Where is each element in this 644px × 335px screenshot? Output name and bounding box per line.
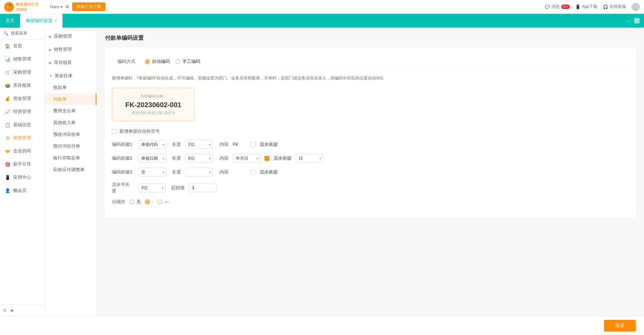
prefix2-length-select-wrapper[interactable]: 8位 6位 4位 [185, 154, 213, 163]
sidebar-label-basic: 基础信息 [13, 122, 31, 128]
separator-dot-option[interactable]: · [145, 199, 153, 204]
serial-length-select[interactable]: 3位 4位 5位 [138, 183, 166, 192]
basic-icon: 📋 [5, 122, 10, 128]
sidebar-item-basic[interactable]: 📋 基础信息 [0, 118, 45, 131]
separator-dash-radio[interactable] [157, 199, 162, 204]
sub-nav-payment[interactable]: 付款单 [45, 93, 96, 105]
prefix1-length-select[interactable]: 2位 3位 4位 [185, 140, 213, 149]
sidebar-item-member[interactable]: 👤 畅会员 [0, 184, 45, 197]
prefix2-length-select[interactable]: 8位 6位 4位 [185, 154, 213, 163]
company-selector[interactable]: Nare ▾ [50, 4, 63, 9]
prefix1-row: 编码前缀1 单据代码 业务员 部门 长度 2位 3位 4位 内容 [112, 140, 629, 149]
tab-close-icon[interactable]: × [55, 18, 57, 23]
content-area: 付款单编码设置 编码方式 自动编码 手工编码 新增单据时，*单据编码*自动生 [97, 28, 644, 316]
sub-group-purchase-label: 采购管理 [54, 33, 72, 39]
user-avatar[interactable] [632, 3, 640, 11]
prefix2-period-select-wrapper[interactable]: 日 月 年 [296, 154, 323, 163]
sidebar-item-guide[interactable]: 🎯 新手引导 [0, 158, 45, 171]
sidebar-item-inventory[interactable]: 📦 库存核算 [0, 79, 45, 92]
app-download[interactable]: 📱 App下载 [575, 4, 597, 10]
sidebar-item-apps[interactable]: 📱 应用中心 [0, 171, 45, 184]
sidebar-label-enterprise: 企业协同 [13, 148, 31, 154]
prefix3-length-select[interactable] [185, 168, 213, 177]
separator-none-option[interactable]: 无 [129, 199, 141, 205]
prefix3-length-select-wrapper[interactable] [185, 168, 213, 177]
prefix2-label: 编码前缀2 [112, 155, 134, 161]
logo-icon: 🍊 [4, 2, 14, 12]
separator-dot-radio[interactable] [145, 199, 150, 204]
system-icon: ⚙ [5, 135, 10, 141]
sub-nav-expense[interactable]: 费用支出单 [45, 105, 96, 117]
start-value-input[interactable] [189, 183, 217, 192]
sidebar-label-inventory: 库存核算 [13, 82, 31, 89]
manual-encoding-radio[interactable] [175, 59, 180, 64]
sub-group-sales: ▶ 销售管理 [45, 44, 96, 55]
save-button[interactable]: 保存 [604, 320, 636, 332]
manual-encoding-option[interactable]: 手工编码 [175, 58, 200, 65]
sidebar-item-sales[interactable]: 📊 销售管理 [0, 53, 45, 66]
message-area[interactable]: 💬 消息 99+ [545, 4, 570, 10]
sidebar-label-finance: 资金管理 [13, 95, 31, 102]
prefix3-length-label: 长度 [172, 169, 181, 175]
sidebar-item-home[interactable]: 🏠 首页 [0, 39, 45, 53]
sub-group-sales-title[interactable]: ▶ 销售管理 [45, 44, 96, 55]
separator-dash-label: — [164, 199, 169, 204]
prefix2-serial-checkbox[interactable]: ✓ [265, 156, 269, 161]
prefix2-content-select[interactable]: 年月日 年月 年 [233, 154, 260, 163]
prefix3-serial-label: 流水依据 [260, 169, 278, 175]
sidebar-label-operations: 经营管理 [13, 109, 31, 115]
sales-icon: 📊 [5, 56, 10, 62]
auto-encoding-label: 自动编码 [152, 58, 170, 65]
finance-icon: 💰 [5, 96, 10, 101]
auto-encoding-option[interactable]: 自动编码 [145, 58, 170, 65]
window-max-button[interactable]: ⬜ [634, 18, 640, 24]
prefix1-select[interactable]: 单据代码 业务员 部门 [138, 140, 166, 149]
online-service[interactable]: 🎧 在线客服 [603, 4, 626, 10]
bottom-collapse-icon[interactable]: ◀ [10, 308, 13, 313]
autofill-checkbox[interactable] [112, 129, 117, 134]
logo-text: 畅捷通好生意 旗舰版 [16, 2, 39, 12]
tab-nav: 首页 单据编码设置 × — ⬜ [0, 14, 644, 28]
auto-encoding-radio[interactable] [145, 59, 150, 64]
sub-nav-prepay-payable[interactable]: 预付冲应付单 [45, 140, 96, 152]
sub-group-inventory-title[interactable]: ▶ 库存核算 [45, 57, 96, 68]
prefix3-select-wrapper[interactable]: 空 单据代码 业务员 [138, 168, 166, 177]
prefix1-length-select-wrapper[interactable]: 2位 3位 4位 [185, 140, 213, 149]
sub-nav-bank[interactable]: 银行存取款单 [45, 152, 96, 164]
prefix3-serial-checkbox[interactable] [251, 170, 256, 175]
sidebar-search[interactable]: 🔍 搜索菜单 [0, 28, 45, 39]
prefix2-period-select[interactable]: 日 月 年 [296, 154, 323, 163]
divider [44, 3, 45, 10]
sub-nav-other-income[interactable]: 其他收入单 [45, 117, 96, 129]
inventory-icon: 📦 [5, 83, 10, 88]
sub-nav-prepay-receivable[interactable]: 预收冲应收单 [45, 129, 96, 140]
prefix3-select[interactable]: 空 单据代码 业务员 [138, 168, 166, 177]
separator-dot-label: · [152, 199, 153, 204]
sub-nav-receipt[interactable]: 收款单 [45, 82, 96, 93]
autofill-row: 新增单据自动补空号 [112, 128, 629, 134]
serial-length-select-wrapper[interactable]: 3位 4位 5位 [138, 183, 166, 192]
bottom-settings-icon[interactable]: ⚙ [3, 308, 7, 313]
sidebar-item-finance[interactable]: 💰 资金管理 [0, 92, 45, 105]
code-preview: 当前编码示例： FK-20230602-001 单据代码-单据日期-流水号 [112, 88, 195, 121]
sub-group-purchase-title[interactable]: ▶ 采购管理 [45, 30, 96, 42]
settings-icon[interactable]: ⚙ [65, 4, 69, 9]
prefix2-select-wrapper[interactable]: 单据日期 登记日期 [138, 154, 166, 163]
prefix1-serial-checkbox[interactable] [251, 142, 256, 147]
separator-dash-option[interactable]: — [157, 199, 169, 204]
sidebar-item-operations[interactable]: 📈 经营管理 [0, 105, 45, 118]
sidebar-item-system[interactable]: ⚙ 系统管理 [0, 131, 45, 145]
prefix2-content-select-wrapper[interactable]: 年月日 年月 年 [233, 154, 260, 163]
sidebar-item-purchase[interactable]: 🛒 采购管理 [0, 66, 45, 79]
sidebar-item-enterprise[interactable]: 🤝 企业协同 [0, 145, 45, 158]
prefix1-select-wrapper[interactable]: 单据代码 业务员 部门 [138, 140, 166, 149]
tab-home[interactable]: 首页 [0, 14, 20, 28]
sub-group-finance-title[interactable]: ▼ 资金往来 [45, 70, 96, 82]
sub-nav-adjustment[interactable]: 应收应付调整单 [45, 164, 96, 176]
tab-encoding-settings[interactable]: 单据编码设置 × [20, 14, 63, 28]
window-min-button[interactable]: — [626, 18, 631, 24]
trial-button[interactable]: 体验行业方案 [72, 2, 105, 11]
prefix2-select[interactable]: 单据日期 登记日期 [138, 154, 166, 163]
main-layout: 🔍 搜索菜单 🏠 首页 📊 销售管理 🛒 采购管理 📦 库存核算 💰 资金管理 … [0, 28, 644, 316]
separator-none-radio[interactable] [129, 199, 134, 204]
